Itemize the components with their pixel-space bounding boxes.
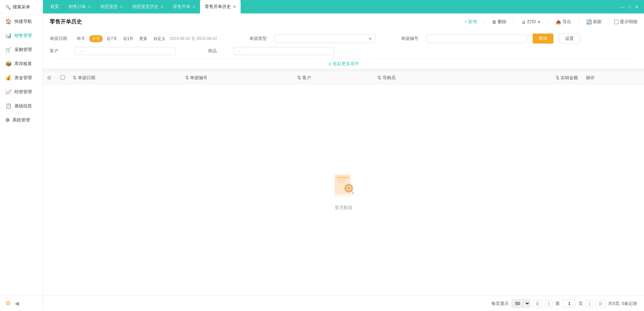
sidebar-item-label: 采购管理 (14, 47, 32, 53)
tab-sales-return[interactable]: 销货退货 ✕ (96, 0, 128, 13)
filter-row-2: 客户 ··· 商品 ··· (50, 47, 637, 55)
date-btn-7days[interactable]: 近7天 (105, 35, 119, 42)
tab-retail-open-label: 零售开单 (173, 4, 190, 10)
collapse-up-icon: ∧ (328, 61, 332, 66)
home-icon: 🏠 (5, 18, 12, 24)
sidebar-search[interactable]: 🔍 搜索采单 (0, 0, 43, 14)
sidebar-item-quick-nav[interactable]: 🏠 快捷导航 (0, 14, 43, 29)
table-settings-icon[interactable]: ⚙ (47, 75, 51, 81)
delete-button[interactable]: 🗑 删除 (489, 17, 509, 26)
money-icon: 💰 (5, 75, 12, 81)
col-customer-sort-icon[interactable]: ⇅ (297, 75, 301, 80)
sidebar-item-label: 资金管理 (14, 75, 32, 81)
col-header-date: ⇅ 单据日期 (69, 72, 181, 84)
first-page-button[interactable]: ⟨⟨ (533, 300, 542, 307)
order-type-select[interactable]: ▼ (275, 35, 376, 43)
settings-nav-icon: ⚙ (5, 117, 10, 123)
search-icon: 🔍 (5, 5, 11, 10)
tab-sales-order-label: 销售订单 (68, 4, 86, 10)
close-tab-sales-order-icon[interactable]: ✕ (88, 5, 91, 9)
delete-button-label: 删除 (498, 19, 506, 25)
export-icon: 📤 (556, 19, 561, 24)
info-icon: 📋 (5, 103, 12, 109)
new-button[interactable]: + 新增 (462, 17, 480, 26)
date-btn-today[interactable]: 今天 (89, 35, 103, 42)
setting-button[interactable]: 设置 (559, 34, 580, 44)
tab-sales-order[interactable]: 销售订单 ✕ (64, 0, 96, 13)
close-tab-retail-open-history-icon[interactable]: ✕ (233, 5, 236, 9)
order-no-input[interactable] (427, 35, 527, 43)
date-btn-custom[interactable]: 自定义 (151, 35, 167, 42)
last-page-button[interactable]: ⟩⟩ (596, 300, 605, 307)
export-button[interactable]: 📤 导出 (553, 17, 574, 26)
tab-sales-return-label: 销货退货 (100, 4, 118, 10)
print-dropdown-icon: ▼ (537, 20, 541, 24)
sidebar-item-operations[interactable]: 📈 经营管理 (0, 85, 43, 99)
sidebar-item-sales-mgmt[interactable]: 📊 销售管理 (0, 29, 43, 43)
minimize-button[interactable]: — (620, 4, 624, 9)
customer-filter-label: 客户 (50, 48, 70, 54)
sidebar-item-sys-mgmt[interactable]: ⚙ 系统管理 (0, 113, 43, 127)
sidebar-item-purchase-mgmt[interactable]: 🛒 采购管理 (0, 43, 43, 57)
date-btn-more[interactable]: 更多 (137, 35, 149, 42)
collapse-filter-button[interactable]: ∧ 收起更多条件 (50, 58, 637, 69)
prev-page-button[interactable]: ⟨ (545, 300, 553, 307)
sidebar-item-label: 系统管理 (12, 117, 30, 123)
goods-filter-input[interactable]: ··· (234, 47, 334, 55)
table-wrapper: ⚙ ⇅ 单据日期 ⇅ 单据编号 (43, 72, 644, 296)
col-guide-sort-icon[interactable]: ⇅ (378, 75, 381, 80)
cart-icon: 🛒 (5, 47, 12, 53)
sidebar-item-label: 销售管理 (14, 33, 32, 39)
order-type-filter-label: 单据类型 (249, 36, 269, 42)
date-btn-1month[interactable]: 近1月 (121, 35, 136, 42)
print-button[interactable]: 🖨 打印 ▼ (519, 17, 543, 26)
order-no-filter-label: 单据编号 (401, 36, 421, 42)
col-no-sort-icon[interactable]: ⇅ (185, 75, 189, 80)
display-detail-button[interactable]: 显示明细 (614, 19, 637, 25)
next-page-button[interactable]: ⟩ (586, 300, 593, 307)
print-button-label: 打印 (527, 19, 536, 25)
export-button-label: 导出 (562, 19, 571, 25)
page-label: 第 (555, 301, 560, 307)
sidebar-item-inventory[interactable]: 📦 库存核算 (0, 57, 43, 71)
svg-rect-3 (337, 179, 346, 180)
tab-sales-return-history[interactable]: 销货退货历史 ✕ (128, 0, 168, 13)
sidebar: 🔍 搜索采单 🏠 快捷导航 📊 销售管理 🛒 采购管理 📦 库存核算 💰 资金管… (0, 0, 43, 311)
sidebar-search-label: 搜索采单 (13, 4, 30, 10)
collapse-sidebar-button[interactable]: ◀ (15, 300, 19, 307)
tab-retail-open-history[interactable]: 零售开单历史 ✕ (200, 0, 241, 13)
col-header-action: 操作 (582, 72, 644, 84)
refresh-button[interactable]: 🔄 刷新 (584, 17, 604, 26)
col-amount-sort-icon[interactable]: ⇅ (556, 75, 559, 80)
date-range-display: 2023-06-02 至 2023-06-02 (169, 36, 217, 42)
gear-button[interactable]: ⚙ (5, 300, 11, 307)
refresh-icon: 🔄 (586, 19, 592, 24)
topbar: 首页 销售订单 ✕ 销货退货 ✕ 销货退货历史 ✕ 零售开单 ✕ 零售开单历史 … (43, 0, 644, 13)
customer-filter-input[interactable]: ··· (75, 47, 176, 55)
close-tab-sales-return-history-icon[interactable]: ✕ (160, 5, 163, 9)
sidebar-item-base-info[interactable]: 📋 基础信息 (0, 99, 43, 113)
col-header-amount: ⇅ 实销金额 (470, 72, 582, 84)
sidebar-item-finance[interactable]: 💰 资金管理 (0, 71, 43, 85)
close-tab-retail-open-icon[interactable]: ✕ (192, 5, 195, 9)
collapse-filter-label: 收起更多条件 (333, 61, 359, 67)
page-number-input[interactable] (562, 300, 576, 307)
filter-area: 单据日期 昨天 今天 近7天 近1月 更多 自定义 2023-06-02 至 2… (50, 30, 637, 69)
main-area: 首页 销售订单 ✕ 销货退货 ✕ 销货退货历史 ✕ 零售开单 ✕ 零售开单历史 … (43, 0, 644, 311)
close-tab-sales-return-icon[interactable]: ✕ (120, 5, 123, 9)
data-table: ⚙ ⇅ 单据日期 ⇅ 单据编号 (43, 72, 644, 84)
delete-icon: 🗑 (492, 19, 496, 24)
goods-filter-label: 商品 (208, 48, 228, 54)
tab-home[interactable]: 首页 (46, 0, 64, 13)
date-btn-yesterday[interactable]: 昨天 (75, 35, 87, 42)
col-date-sort-icon[interactable]: ⇅ (73, 75, 77, 80)
page-size-select[interactable]: 10 20 50 100 (511, 299, 530, 308)
query-button[interactable]: 查询 (533, 34, 553, 44)
filter-row-1: 单据日期 昨天 今天 近7天 近1月 更多 自定义 2023-06-02 至 2… (50, 34, 637, 44)
select-all-checkbox[interactable] (60, 75, 65, 80)
maximize-button[interactable]: □ (628, 4, 631, 9)
date-filter: 昨天 今天 近7天 近1月 更多 自定义 2023-06-02 至 2023-0… (75, 35, 217, 42)
display-detail-checkbox[interactable] (614, 20, 618, 24)
tab-retail-open[interactable]: 零售开单 ✕ (168, 0, 200, 13)
close-window-button[interactable]: ✕ (635, 4, 639, 9)
